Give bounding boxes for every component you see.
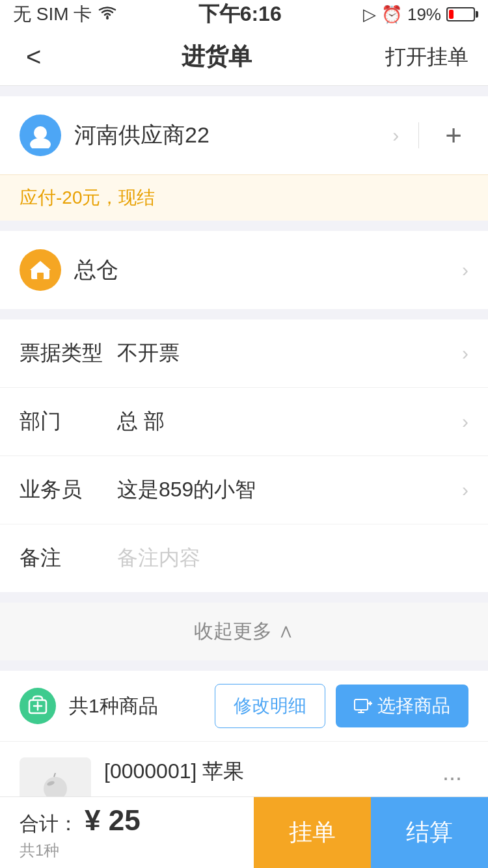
edit-detail-button[interactable]: 修改明细 [215,684,325,728]
dept-label: 部门 [20,407,111,436]
supplier-row[interactable]: 河南供应商22 › + [0,96,488,174]
dept-value: 总 部 [111,407,462,436]
alarm-icon: ⏰ [381,5,402,25]
invoice-value: 不开票 [111,339,462,368]
total-sub: 共1种 [20,840,234,861]
supplier-avatar [20,115,61,156]
warehouse-row[interactable]: 总仓 › [0,231,488,309]
supplier-section: 河南供应商22 › + 应付-20元，现结 [0,96,488,221]
status-bar: 无 SIM 卡 下午6:16 ▷ ⏰ 19% [0,0,488,29]
select-product-label: 选择商品 [377,694,450,718]
footer-total: 合计： ¥ 25 共1种 [0,797,254,868]
location-icon: ▷ [363,5,376,25]
svg-point-1 [34,126,47,139]
dept-chevron-icon: › [462,411,468,433]
main-content: 河南供应商22 › + 应付-20元，现结 总仓 › 票据类型 不开票 › [0,96,488,868]
wifi-icon [98,4,116,25]
supplier-notice: 应付-20元，现结 [0,174,488,221]
status-left: 无 SIM 卡 [13,2,116,27]
remark-row[interactable]: 备注 备注内容 [0,524,488,592]
svg-line-16 [54,773,55,777]
remark-input[interactable]: 备注内容 [111,544,468,573]
warehouse-name: 总仓 [74,255,462,285]
salesperson-value: 这是859的小智 [111,476,462,504]
svg-marker-4 [30,261,51,270]
select-product-button[interactable]: 选择商品 [336,685,468,727]
nav-bar: < 进货单 打开挂单 [0,29,488,86]
page-title: 进货单 [182,41,252,73]
product-name: [0000001] 苹果 [104,757,436,786]
svg-point-2 [30,138,51,148]
warehouse-section: 总仓 › [0,231,488,309]
svg-point-0 [106,17,109,20]
total-amount: ¥ 25 [85,804,141,837]
products-header: 共1种商品 修改明细 选择商品 [0,671,488,742]
svg-rect-5 [37,273,44,279]
supplier-name: 河南供应商22 [74,120,392,150]
settle-button[interactable]: 结算 [371,797,488,868]
battery-icon [446,7,475,21]
remark-label: 备注 [20,544,111,573]
invoice-chevron-icon: › [462,342,468,364]
warehouse-icon [20,249,61,291]
product-more-button[interactable]: ··· [436,757,468,798]
dept-row[interactable]: 部门 总 部 › [0,388,488,456]
status-right: ▷ ⏰ 19% [363,5,475,25]
invoice-row[interactable]: 票据类型 不开票 › [0,319,488,388]
supplier-chevron-icon: › [392,124,399,146]
products-icon [20,688,56,724]
salesperson-chevron-icon: › [462,479,468,501]
total-label: 合计： [20,811,78,837]
collapse-label: 收起更多 ∧ [194,618,293,645]
hang-button[interactable]: 挂单 [254,797,371,868]
form-section: 票据类型 不开票 › 部门 总 部 › 业务员 这是859的小智 › 备注 备注… [0,319,488,592]
salesperson-label: 业务员 [20,476,111,504]
open-pending-button[interactable]: 打开挂单 [385,43,468,72]
warehouse-chevron-icon: › [462,259,468,281]
product-code: [0000001] 苹果 [104,759,244,783]
svg-rect-9 [355,699,368,710]
status-time: 下午6:16 [198,0,282,29]
invoice-label: 票据类型 [20,339,111,368]
collapse-row[interactable]: 收起更多 ∧ [0,603,488,660]
battery-percent: 19% [407,5,441,25]
back-button[interactable]: < [20,36,47,78]
carrier-label: 无 SIM 卡 [13,2,92,27]
divider [418,122,419,148]
footer: 合计： ¥ 25 共1种 挂单 结算 [0,796,488,868]
total-line: 合计： ¥ 25 [20,804,234,837]
add-supplier-button[interactable]: + [439,119,468,152]
products-count: 共1种商品 [69,693,215,720]
salesperson-row[interactable]: 业务员 这是859的小智 › [0,456,488,524]
